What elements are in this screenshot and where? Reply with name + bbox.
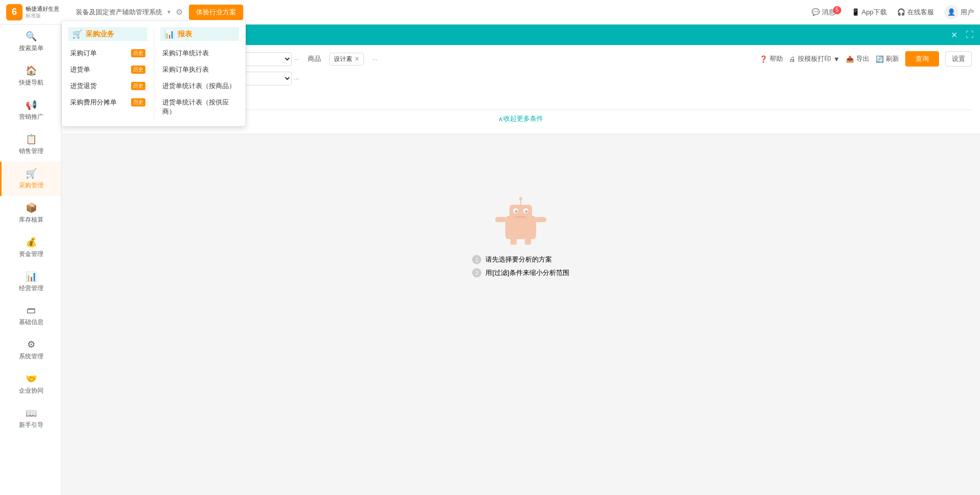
report-col: 📊 报表 采购订单统计表 采购订单执行表 进货单统计表（按商品） 进货单统计表（… xyxy=(154,27,246,120)
notifications-badge: 5 xyxy=(833,6,841,14)
goods-tag: 设计素 ✕ xyxy=(329,53,364,66)
sidebar-item-marketing[interactable]: 📢 营销推广 xyxy=(0,93,61,127)
sidebar-label-purchase: 采购管理 xyxy=(19,181,44,190)
goods-receipt-badge: 历史 xyxy=(131,66,145,74)
empty-state: 1 请先选择要分析的方案 2 用[过滤]条件来缩小分析范围 xyxy=(61,134,980,339)
gear-button[interactable]: ⚙ xyxy=(174,5,185,19)
search-icon: 🔍 xyxy=(26,31,37,42)
goods-tag-close[interactable]: ✕ xyxy=(354,55,359,62)
svg-rect-8 xyxy=(525,238,531,245)
header-right: 💬 消息 5 📱 App下载 🎧 在线客服 👤 用户 xyxy=(812,5,974,19)
svg-rect-6 xyxy=(516,216,526,218)
logo-area: 6 畅捷通好生意 标准版 xyxy=(6,4,68,20)
system-icon: ⚙ xyxy=(27,339,35,350)
dropdown-item-purchase-expense[interactable]: 采购费用分摊单 历史 xyxy=(68,94,147,111)
logo-icon: 6 xyxy=(6,4,23,20)
tab-expand-button[interactable]: ⛶ xyxy=(964,28,976,41)
goods-ellipsis[interactable]: ··· xyxy=(372,55,378,63)
sidebar-label-enterprise: 企业协同 xyxy=(19,386,44,395)
dropdown-item-goods-receipt[interactable]: 进货单 历史 xyxy=(68,61,147,78)
sidebar-label-marketing: 营销推广 xyxy=(19,113,44,121)
sidebar-label-quicknav: 快捷导航 xyxy=(19,78,44,87)
doc-status-ellipsis[interactable]: ··· xyxy=(294,55,300,63)
salesperson-ellipsis[interactable]: ··· xyxy=(294,75,300,82)
dropdown-item-receipt-by-supplier[interactable]: 进货单统计表（按供应商） xyxy=(160,94,240,120)
refresh-button[interactable]: 🔄 刷新 xyxy=(876,54,899,63)
sidebar-item-basic[interactable]: 🗃 基础信息 xyxy=(0,299,61,333)
svg-rect-10 xyxy=(535,217,546,222)
print-dropdown-icon: ▼ xyxy=(833,55,840,63)
purchase-dropdown-menu: 🛒 采购业务 采购订单 历史 进货单 历史 进货退货 历史 采购费用分摊单 历史 xyxy=(61,20,246,126)
home-icon: 🏠 xyxy=(26,65,37,76)
industry-button[interactable]: 体验行业方案 xyxy=(189,5,243,20)
sidebar-item-system[interactable]: ⚙ 系统管理 xyxy=(0,333,61,367)
phone-icon: 📱 xyxy=(851,8,860,16)
sidebar-label-operations: 经营管理 xyxy=(19,284,44,293)
online-service-item[interactable]: 🎧 在线客服 xyxy=(897,8,934,17)
purchase-section-title: 🛒 采购业务 xyxy=(68,27,147,41)
dropdown-columns: 🛒 采购业务 采购订单 历史 进货单 历史 进货退货 历史 采购费用分摊单 历史 xyxy=(62,27,245,120)
sidebar-item-enterprise[interactable]: 🤝 企业协同 xyxy=(0,367,61,401)
guide-icon: 📖 xyxy=(26,407,37,419)
sidebar-label-basic: 基础信息 xyxy=(19,318,44,327)
dropdown-item-order-exec[interactable]: 采购订单执行表 xyxy=(160,61,240,78)
finance-icon: 💰 xyxy=(26,236,37,248)
query-button[interactable]: 查询 xyxy=(905,51,939,67)
sidebar-item-finance[interactable]: 💰 资金管理 xyxy=(0,230,61,265)
export-button[interactable]: 📤 导出 xyxy=(846,54,869,63)
empty-step-2: 2 用[过滤]条件来缩小分析范围 xyxy=(472,268,569,277)
inventory-icon: 📦 xyxy=(26,202,37,213)
collapse-icon: ∧ xyxy=(498,115,503,123)
marketing-icon: 📢 xyxy=(26,99,37,111)
system-title: 装备及固定资产辅助管理系统 ▼ xyxy=(76,8,172,17)
step-2-num: 2 xyxy=(472,268,481,277)
sales-icon: 📋 xyxy=(26,134,37,145)
svg-point-12 xyxy=(519,197,522,200)
sidebar-item-purchase[interactable]: 🛒 采购管理 xyxy=(0,162,61,196)
user-item[interactable]: 👤 用户 xyxy=(944,5,974,19)
report-section-title: 📊 报表 xyxy=(160,27,240,41)
purchase-section-icon: 🛒 xyxy=(72,29,82,39)
sidebar-item-operations[interactable]: 📊 经营管理 xyxy=(0,265,61,299)
logo-text: 畅捷通好生意 标准版 xyxy=(26,5,59,19)
empty-steps: 1 请先选择要分析的方案 2 用[过滤]条件来缩小分析范围 xyxy=(472,255,569,277)
help-icon: ❓ xyxy=(759,55,768,63)
dropdown-item-receipt-by-goods[interactable]: 进货单统计表（按商品） xyxy=(160,78,240,94)
notifications-item[interactable]: 💬 消息 5 xyxy=(812,8,841,17)
sidebar-label-newguide: 新手引导 xyxy=(19,421,44,429)
app-download-item[interactable]: 📱 App下载 xyxy=(851,8,887,17)
empty-illustration xyxy=(490,196,551,247)
purchase-expense-badge: 历史 xyxy=(131,98,145,106)
message-icon: 💬 xyxy=(812,8,820,16)
step-1-num: 1 xyxy=(472,255,481,264)
dropdown-item-goods-return[interactable]: 进货退货 历史 xyxy=(68,78,147,94)
enterprise-icon: 🤝 xyxy=(26,373,37,384)
goods-label: 商品 xyxy=(308,54,321,63)
sidebar-item-newguide[interactable]: 📖 新手引导 xyxy=(0,401,61,436)
headset-icon: 🎧 xyxy=(897,8,905,16)
purchase-order-badge: 历史 xyxy=(131,49,145,57)
sidebar: 🔍 搜索菜单 🏠 快捷导航 📢 营销推广 📋 销售管理 🛒 采购管理 📦 库存核… xyxy=(0,25,61,495)
svg-rect-1 xyxy=(509,205,532,220)
settings-button[interactable]: 设置 xyxy=(945,51,972,67)
tab-close-all-button[interactable]: ✕ xyxy=(949,28,960,42)
sidebar-item-quicknav[interactable]: 🏠 快捷导航 xyxy=(0,59,61,93)
sidebar-label-inventory: 库存核算 xyxy=(19,216,44,224)
svg-point-5 xyxy=(525,210,528,213)
goods-return-badge: 历史 xyxy=(131,82,145,90)
sidebar-item-search[interactable]: 🔍 搜索菜单 xyxy=(0,25,61,59)
purchase-business-col: 🛒 采购业务 采购订单 历史 进货单 历史 进货退货 历史 采购费用分摊单 历史 xyxy=(62,27,154,120)
dropdown-item-purchase-order[interactable]: 采购订单 历史 xyxy=(68,45,147,61)
template-print-button[interactable]: 🖨 按模板打印 ▼ xyxy=(789,54,840,63)
operations-icon: 📊 xyxy=(26,271,37,282)
sidebar-item-sales[interactable]: 📋 销售管理 xyxy=(0,127,61,162)
empty-step-1: 1 请先选择要分析的方案 xyxy=(472,255,569,264)
purchase-icon: 🛒 xyxy=(26,168,37,179)
sidebar-label-system: 系统管理 xyxy=(19,352,44,361)
refresh-icon: 🔄 xyxy=(876,55,884,63)
help-button[interactable]: ❓ 帮助 xyxy=(759,54,783,63)
dropdown-item-order-stats[interactable]: 采购订单统计表 xyxy=(160,45,240,61)
sidebar-item-inventory[interactable]: 📦 库存核算 xyxy=(0,196,61,230)
avatar: 👤 xyxy=(944,5,958,19)
print-icon: 🖨 xyxy=(789,55,796,63)
